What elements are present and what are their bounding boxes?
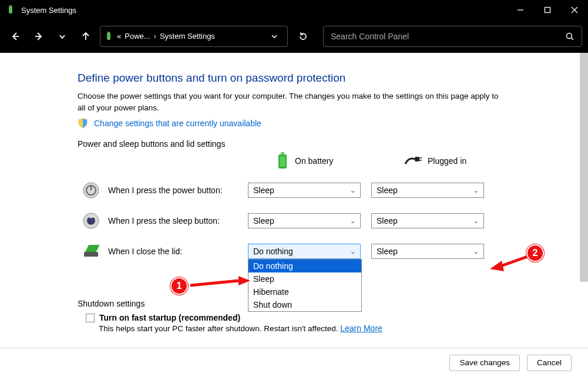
column-plugged-in-label: Plugged in <box>428 156 466 166</box>
svg-rect-10 <box>107 33 110 40</box>
fast-startup-label: Turn on fast startup (recommended) <box>99 313 240 322</box>
footer: Save changes Cancel <box>0 348 588 377</box>
window-controls <box>507 0 588 20</box>
svg-marker-27 <box>238 276 250 285</box>
breadcrumb-bar[interactable]: « Powe... › System Settings <box>100 26 288 47</box>
svg-rect-16 <box>281 152 284 155</box>
forward-button[interactable] <box>27 25 51 48</box>
row-lid-label: When I close the lid: <box>108 247 182 256</box>
plug-icon <box>404 156 422 166</box>
breadcrumb-expand[interactable] <box>265 33 284 40</box>
power-button-icon <box>81 180 101 200</box>
svg-line-14 <box>572 38 574 40</box>
scrollbar-thumb[interactable] <box>580 53 588 282</box>
svg-marker-29 <box>490 261 504 271</box>
lid-icon <box>81 241 101 261</box>
refresh-button[interactable] <box>290 31 316 42</box>
svg-point-13 <box>567 33 572 38</box>
svg-rect-0 <box>9 6 12 14</box>
select-lid-battery-value: Do nothing <box>253 247 293 256</box>
svg-rect-17 <box>280 156 285 167</box>
svg-rect-2 <box>11 5 12 7</box>
titlebar: System Settings <box>0 0 588 20</box>
select-lid-battery[interactable]: Do nothing⌄ Do nothing Sleep Hibernate S… <box>248 244 361 259</box>
breadcrumb-part2[interactable]: System Settings <box>160 32 215 41</box>
annotation-arrow-1 <box>188 275 251 292</box>
search-icon <box>565 32 574 41</box>
option-sleep[interactable]: Sleep <box>248 272 361 285</box>
select-power-battery-value: Sleep <box>253 186 274 195</box>
section-power-label: Power and sleep buttons and lid settings <box>78 139 565 149</box>
close-button[interactable] <box>561 0 588 20</box>
annotation-badge-2: 2 <box>526 244 544 262</box>
select-lid-battery-dropdown: Do nothing Sleep Hibernate Shut down <box>248 259 362 312</box>
column-plugged-in: Plugged in <box>371 156 495 166</box>
fast-startup-help-text: This helps start your PC faster after sh… <box>99 324 340 333</box>
chevron-down-icon: ⌄ <box>473 248 479 255</box>
learn-more-link[interactable]: Learn More <box>340 324 382 333</box>
select-sleep-battery[interactable]: Sleep⌄ <box>248 213 361 228</box>
svg-line-26 <box>190 281 238 285</box>
row-power-label: When I press the power button: <box>108 186 223 195</box>
select-power-plugged-value: Sleep <box>377 186 398 195</box>
app-icon <box>6 5 15 15</box>
minimize-button[interactable] <box>507 0 534 20</box>
chevron-down-icon: ⌄ <box>473 217 479 225</box>
select-power-battery[interactable]: Sleep⌄ <box>248 183 361 198</box>
svg-rect-1 <box>9 5 11 7</box>
chevron-down-icon: ⌄ <box>350 217 355 225</box>
select-sleep-battery-value: Sleep <box>253 216 274 225</box>
svg-rect-12 <box>109 32 110 33</box>
row-sleep-label: When I press the sleep button: <box>108 216 220 225</box>
up-button[interactable] <box>74 25 98 48</box>
select-power-plugged[interactable]: Sleep⌄ <box>371 183 484 198</box>
option-shut-down[interactable]: Shut down <box>248 298 361 311</box>
option-do-nothing[interactable]: Do nothing <box>248 260 361 272</box>
page-description: Choose the power settings that you want … <box>78 90 500 113</box>
window-title: System Settings <box>21 6 507 15</box>
breadcrumb-separator: › <box>154 32 156 41</box>
select-lid-plugged[interactable]: Sleep⌄ <box>371 244 484 259</box>
search-input[interactable]: Search Control Panel <box>323 26 582 47</box>
recent-locations-button[interactable] <box>51 25 74 48</box>
select-sleep-plugged[interactable]: Sleep⌄ <box>371 213 484 228</box>
power-plan-icon <box>104 32 113 41</box>
svg-rect-4 <box>545 8 550 13</box>
cancel-button[interactable]: Cancel <box>527 355 572 371</box>
battery-icon <box>276 152 289 170</box>
fast-startup-help: This helps start your PC faster after sh… <box>99 324 565 333</box>
select-sleep-plugged-value: Sleep <box>377 216 398 225</box>
breadcrumb-prefix: « <box>117 32 121 41</box>
svg-rect-25 <box>84 252 98 257</box>
page-heading: Define power buttons and turn on passwor… <box>78 72 565 85</box>
column-on-battery-label: On battery <box>295 156 333 166</box>
change-settings-link[interactable]: Change settings that are currently unava… <box>94 119 261 128</box>
search-placeholder: Search Control Panel <box>331 32 565 41</box>
annotation-badge-1: 1 <box>170 277 188 295</box>
back-button[interactable] <box>4 25 27 48</box>
breadcrumb-part1[interactable]: Powe... <box>125 32 150 41</box>
chevron-down-icon: ⌄ <box>473 187 479 194</box>
column-on-battery: On battery <box>248 152 371 170</box>
content-viewport: Define power buttons and turn on passwor… <box>0 53 588 377</box>
sleep-button-icon <box>81 211 101 231</box>
shield-icon <box>78 118 88 129</box>
toolbar: « Powe... › System Settings Search Contr… <box>0 20 588 53</box>
fast-startup-checkbox[interactable] <box>86 314 95 322</box>
svg-rect-11 <box>107 32 109 33</box>
svg-rect-18 <box>415 157 419 161</box>
maximize-button[interactable] <box>534 0 561 20</box>
option-hibernate[interactable]: Hibernate <box>248 285 361 298</box>
chevron-down-icon: ⌄ <box>350 248 355 255</box>
select-lid-plugged-value: Sleep <box>377 247 398 256</box>
chevron-down-icon: ⌄ <box>350 187 355 194</box>
save-changes-button[interactable]: Save changes <box>449 355 520 371</box>
